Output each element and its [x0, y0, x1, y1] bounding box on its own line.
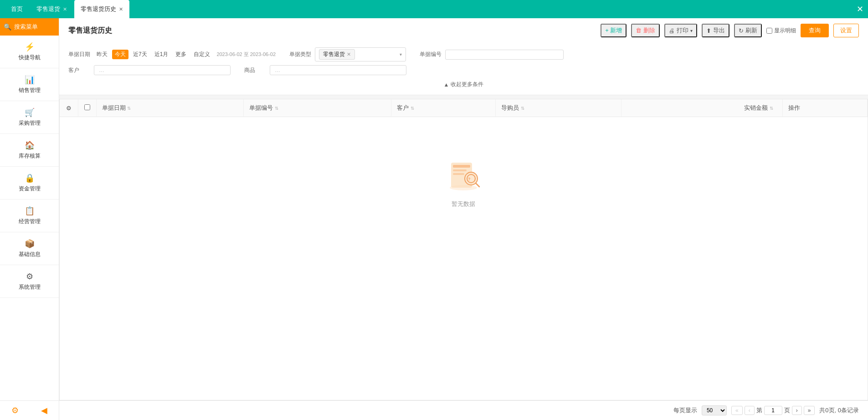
sidebar: 🔍 搜索菜单 ⚡ 快捷导航 📊 销售管理 🛒 采购管理 🏠 库存核算 🔒 资金管… — [0, 18, 59, 420]
show-detail-checkbox[interactable] — [766, 28, 772, 34]
filter-row-1: 单据日期 昨天 今天 近7天 近1月 更多 自定义 2023-06-02 至 2… — [68, 47, 859, 61]
goods-label: 商品 — [244, 67, 267, 74]
tab-home[interactable]: 首页 — [5, 0, 29, 18]
print-arrow-icon: ▾ — [690, 28, 693, 33]
filter-voucher: 单据编号 — [420, 50, 564, 60]
window-close-icon[interactable]: ✕ — [857, 4, 863, 14]
print-button[interactable]: 🖨 打印 ▾ — [664, 24, 697, 37]
show-detail-checkbox-label[interactable]: 显示明细 — [766, 27, 796, 35]
sales-icon: 📊 — [25, 75, 35, 85]
page-header: 零售退货历史 + 新增 🗑 删除 🖨 打印 ▾ ⬆ 导出 ↻ — [59, 18, 868, 95]
date-custom[interactable]: 自定义 — [191, 50, 213, 59]
date-yesterday[interactable]: 昨天 — [94, 50, 110, 59]
per-page-select[interactable]: 10 20 50 100 — [702, 405, 727, 415]
tab-retail-return[interactable]: 零售退货 ✕ — [30, 0, 73, 18]
page-first-button[interactable]: « — [731, 406, 743, 415]
th-checkbox[interactable] — [78, 99, 96, 117]
page-last-button[interactable]: » — [804, 406, 815, 415]
type-tag: 零售退货 ✕ — [319, 49, 355, 60]
quick-nav-icon: ⚡ — [25, 42, 35, 52]
date-1month[interactable]: 近1月 — [152, 50, 171, 59]
table-wrapper: ⚙ 单据日期 ⇅ 单据编号 ⇅ 客户 ⇅ 导购员 ⇅ 实销金额 ⇅ 操作 — [59, 99, 868, 400]
system-icon: ⚙ — [26, 271, 33, 282]
th-amount: 实销金额 ⇅ — [621, 99, 782, 117]
empty-area: ? 暂无数据 — [60, 117, 868, 245]
close-icon[interactable]: ✕ — [63, 6, 67, 12]
delete-button[interactable]: 🗑 删除 — [631, 24, 660, 37]
voucher-sort-icon[interactable]: ⇅ — [275, 106, 278, 111]
export-button[interactable]: ⬆ 导出 — [702, 24, 729, 37]
basic-info-icon: 📦 — [25, 239, 35, 249]
select-all-checkbox[interactable] — [84, 104, 90, 110]
refresh-button[interactable]: ↻ 刷新 — [734, 24, 762, 37]
sidebar-item-finance[interactable]: 🔒 资金管理 — [0, 167, 59, 200]
collapse-sidebar-icon[interactable]: ◀ — [41, 405, 47, 415]
filter-date: 单据日期 昨天 今天 近7天 近1月 更多 自定义 2023-06-02 至 2… — [68, 50, 276, 59]
svg-text:?: ? — [468, 177, 471, 181]
goods-input[interactable]: … — [270, 65, 406, 75]
settings-bottom-icon[interactable]: ⚙ — [11, 405, 19, 415]
sidebar-search[interactable]: 🔍 搜索菜单 — [0, 18, 59, 36]
amount-sort-icon[interactable]: ⇅ — [770, 106, 773, 111]
page-prev-button[interactable]: ‹ — [745, 406, 755, 415]
th-guide: 导购员 ⇅ — [496, 99, 621, 117]
th-action: 操作 — [782, 99, 867, 117]
th-date: 单据日期 ⇅ — [96, 99, 244, 117]
table-header-row: ⚙ 单据日期 ⇅ 单据编号 ⇅ 客户 ⇅ 导购员 ⇅ 实销金额 ⇅ 操作 — [60, 99, 868, 117]
type-tag-close[interactable]: ✕ — [347, 51, 351, 57]
filter-customer: 客户 … — [68, 65, 231, 75]
page-nav: « ‹ 第 页 › » — [731, 406, 815, 415]
th-voucher-no: 单据编号 ⇅ — [244, 99, 391, 117]
svg-rect-3 — [453, 169, 467, 171]
sidebar-item-basic-info[interactable]: 📦 基础信息 — [0, 232, 59, 265]
sidebar-item-purchase[interactable]: 🛒 采购管理 — [0, 101, 59, 134]
date-today[interactable]: 今天 — [112, 50, 128, 59]
page-next-button[interactable]: › — [792, 406, 802, 415]
refresh-icon: ↻ — [739, 27, 744, 34]
page-title: 零售退货历史 — [68, 26, 112, 36]
add-button[interactable]: + 新增 — [601, 24, 627, 37]
voucher-input[interactable] — [445, 50, 564, 60]
filter-dates: 昨天 今天 近7天 近1月 更多 自定义 2023-06-02 至 2023-0… — [94, 50, 276, 59]
operations-icon: 📋 — [25, 206, 35, 216]
export-icon: ⬆ — [706, 27, 711, 34]
table-body: ? 暂无数据 — [60, 117, 868, 245]
svg-line-7 — [476, 183, 479, 187]
th-settings[interactable]: ⚙ — [60, 99, 78, 117]
customer-sort-icon[interactable]: ⇅ — [411, 106, 414, 111]
sidebar-item-system[interactable]: ⚙ 系统管理 — [0, 265, 59, 298]
inventory-icon: 🏠 — [25, 140, 35, 150]
empty-text: 暂无数据 — [452, 200, 475, 208]
sidebar-item-sales[interactable]: 📊 销售管理 — [0, 68, 59, 101]
purchase-icon: 🛒 — [25, 108, 35, 118]
top-bar: 首页 零售退货 ✕ 零售退货历史 ✕ ✕ — [0, 0, 868, 18]
sidebar-item-quick-nav[interactable]: ⚡ 快捷导航 — [0, 36, 59, 68]
empty-row: ? 暂无数据 — [60, 117, 868, 245]
sidebar-bottom: ⚙ ◀ — [0, 400, 59, 420]
close-icon[interactable]: ✕ — [119, 6, 123, 12]
customer-label: 客户 — [68, 67, 91, 74]
svg-rect-4 — [453, 173, 464, 175]
collapse-button[interactable]: ▲ 收起更多条件 — [444, 81, 484, 88]
query-button[interactable]: 查询 — [801, 24, 829, 37]
empty-illustration: ? — [443, 154, 484, 195]
tab-list: 首页 零售退货 ✕ 零售退货历史 ✕ — [5, 0, 857, 18]
collapse-icon: ▲ — [444, 82, 449, 88]
type-label: 单据类型 — [289, 51, 312, 58]
customer-input[interactable]: … — [94, 65, 231, 75]
pagination-bar: 每页显示 10 20 50 100 « ‹ 第 页 › » 共0页, 0条记录 — [59, 400, 868, 420]
type-select[interactable]: 零售退货 ✕ ▾ — [315, 47, 406, 61]
page-title-row: 零售退货历史 + 新增 🗑 删除 🖨 打印 ▾ ⬆ 导出 ↻ — [68, 24, 859, 37]
date-sort-icon[interactable]: ⇅ — [127, 106, 131, 111]
per-page-label: 每页显示 — [673, 406, 697, 415]
sidebar-item-operations[interactable]: 📋 经营管理 — [0, 200, 59, 232]
date-label: 单据日期 — [68, 51, 91, 58]
date-7days[interactable]: 近7天 — [130, 50, 150, 59]
guide-sort-icon[interactable]: ⇅ — [521, 106, 524, 111]
page-input[interactable] — [764, 406, 782, 415]
tab-retail-return-history[interactable]: 零售退货历史 ✕ — [74, 0, 129, 18]
date-more[interactable]: 更多 — [173, 50, 189, 59]
sidebar-item-inventory[interactable]: 🏠 库存核算 — [0, 134, 59, 167]
setting-button[interactable]: 设置 — [833, 24, 859, 37]
type-select-arrow: ▾ — [400, 52, 402, 57]
